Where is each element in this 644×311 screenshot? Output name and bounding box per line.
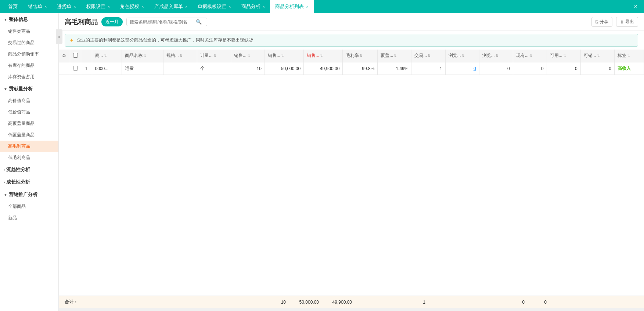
- sidebar-item-low-margin[interactable]: 低毛利商品: [0, 152, 58, 163]
- sidebar-group-contribution-items: 高价值商品 低价值商品 高覆盖量商品 低覆盖量商品 高毛利商品 低毛利商品: [0, 95, 58, 163]
- col-trade[interactable]: 交易...⇅: [411, 50, 445, 62]
- col-coverage[interactable]: 覆盖...⇅: [378, 50, 411, 62]
- sidebar-item-all-goods[interactable]: 全部商品: [0, 201, 58, 212]
- main-layout: ▼ 整体信息 销售类商品 交易过的商品 商品分销助销率 有库存的商品 库存资金占…: [0, 13, 644, 311]
- col-unit[interactable]: 计量...⇅: [197, 50, 231, 62]
- collapse-arrow-icon: ▼: [4, 18, 7, 22]
- nav-sales-order[interactable]: 销售单 ×: [23, 0, 52, 13]
- close-icon[interactable]: ×: [306, 4, 308, 9]
- cell-gross-rate: 99.8%: [343, 62, 378, 75]
- col-code[interactable]: 商...⇅: [92, 50, 122, 62]
- sidebar-group-overall[interactable]: ▼ 整体信息: [0, 13, 58, 26]
- cell-browse1[interactable]: 0: [445, 62, 479, 75]
- col-browse2[interactable]: 浏览...⇅: [479, 50, 513, 62]
- nav-product-analysis[interactable]: 商品分析 ×: [236, 0, 270, 13]
- row-checkbox[interactable]: [73, 66, 78, 70]
- footer-sales-qty: 10: [267, 300, 289, 305]
- nav-permission-settings[interactable]: 权限设置 ×: [81, 0, 115, 13]
- col-sales-amount[interactable]: 销售...⇅: [265, 50, 303, 62]
- close-icon[interactable]: ×: [185, 4, 187, 9]
- col-gross-rate[interactable]: 毛利率⇅: [343, 50, 378, 62]
- sidebar-item-new-goods[interactable]: 新品: [0, 212, 58, 224]
- cell-sales-cost: 49,900.00: [304, 62, 343, 75]
- close-icon[interactable]: ×: [73, 4, 76, 9]
- footer-total-label: 合计：: [65, 299, 123, 305]
- info-banner: ✦ 企业的主要的利润都是这部分商品创造的，可考虑加大推广，同时关注库存是不要出现…: [65, 34, 638, 47]
- cell-coverage: 1.49%: [378, 62, 411, 75]
- sidebar-group-contribution[interactable]: ▼ 贡献量分析: [0, 83, 58, 95]
- table-footer: 合计： 10 50,000.00 49,900.00 1 0 0: [59, 296, 644, 308]
- share-icon: ⎘: [596, 19, 598, 25]
- col-sellable[interactable]: 可销...⇅: [580, 50, 614, 62]
- cell-sellable: 0: [580, 62, 614, 75]
- sidebar-item-high-value[interactable]: 高价值商品: [0, 95, 58, 106]
- sidebar-item-high-margin[interactable]: 高毛利商品: [0, 141, 58, 152]
- search-icon[interactable]: 🔍: [196, 19, 202, 25]
- col-settings[interactable]: ⚙: [59, 50, 70, 62]
- window-close-button[interactable]: ×: [630, 3, 641, 10]
- info-icon: ✦: [69, 37, 74, 43]
- sidebar-collapse-button[interactable]: «: [56, 29, 62, 44]
- col-spec[interactable]: 规格...⇅: [163, 50, 197, 62]
- close-icon[interactable]: ×: [108, 4, 110, 9]
- sidebar-group-growth[interactable]: › 成长性分析: [0, 176, 58, 188]
- collapse-arrow-icon: ›: [4, 180, 5, 184]
- search-box: 🔍: [126, 18, 207, 26]
- nav-home[interactable]: 首页: [3, 0, 23, 13]
- select-all-checkbox[interactable]: [73, 53, 78, 58]
- sidebar-item-stock-capital[interactable]: 库存资金占用: [0, 71, 58, 83]
- sidebar-item-low-coverage[interactable]: 低覆盖量商品: [0, 129, 58, 141]
- col-tag[interactable]: 标签⇅: [614, 50, 644, 62]
- close-icon[interactable]: ×: [263, 4, 265, 9]
- table-container[interactable]: ⚙ 商...⇅ 商品名称⇅ 规格...⇅: [59, 50, 644, 296]
- col-sales-cost[interactable]: 销售...⇅: [304, 50, 343, 62]
- cell-browse2: 0: [479, 62, 513, 75]
- cell-available: 0: [547, 62, 580, 75]
- nav-finished-goods[interactable]: 产成品入库单 ×: [149, 0, 193, 13]
- filter-last-month-button[interactable]: 近一月: [101, 17, 123, 26]
- sidebar-item-in-stock[interactable]: 有库存的商品: [0, 60, 58, 71]
- cell-sales-amount: 50,000.00: [265, 62, 303, 75]
- cell-checkbox[interactable]: [70, 62, 81, 75]
- cell-settings: [59, 62, 70, 75]
- sidebar-item-distribution-rate[interactable]: 商品分销助销率: [0, 48, 58, 60]
- nav-purchase-order[interactable]: 进货单 ×: [52, 0, 81, 13]
- export-button[interactable]: ⬆ 导出: [616, 17, 638, 27]
- cell-current: 0: [513, 62, 547, 75]
- close-icon[interactable]: ×: [44, 4, 47, 9]
- col-name[interactable]: 商品名称⇅: [122, 50, 163, 62]
- sidebar-group-marketing[interactable]: ▼ 营销推广分析: [0, 188, 58, 201]
- col-browse1[interactable]: 浏览...⇅: [445, 50, 479, 62]
- col-sales-qty[interactable]: 销售...⇅: [231, 50, 265, 62]
- sidebar-group-trend[interactable]: › 流趋性分析: [0, 163, 58, 176]
- bottom-scrollbar[interactable]: [59, 308, 644, 311]
- col-checkbox[interactable]: [70, 50, 81, 62]
- share-button[interactable]: ⎘ 分享: [591, 17, 612, 27]
- top-navigation: 首页 销售单 × 进货单 × 权限设置 × 角色授权 × 产成品入库单 × 单据…: [0, 0, 644, 13]
- sidebar: ▼ 整体信息 销售类商品 交易过的商品 商品分销助销率 有库存的商品 库存资金占…: [0, 13, 59, 311]
- footer-sellable: 0: [528, 300, 550, 305]
- footer-available: 0: [506, 300, 528, 305]
- sidebar-item-traded-goods[interactable]: 交易过的商品: [0, 37, 58, 48]
- collapse-arrow-icon: ›: [4, 168, 5, 172]
- search-input[interactable]: [130, 19, 196, 25]
- collapse-arrow-icon: ▼: [4, 87, 7, 91]
- sidebar-item-high-coverage[interactable]: 高覆盖量商品: [0, 118, 58, 129]
- close-icon[interactable]: ×: [141, 4, 144, 9]
- table-row: 1 0000... 运费 个 10 50,000.00 49,900.00 99…: [59, 62, 644, 75]
- footer-sales-amount: 50,000.00: [289, 300, 322, 305]
- page-title: 高毛利商品: [65, 18, 98, 26]
- col-available[interactable]: 可用...⇅: [547, 50, 580, 62]
- col-current[interactable]: 现有...⇅: [513, 50, 547, 62]
- sidebar-item-sales-goods[interactable]: 销售类商品: [0, 26, 58, 37]
- sidebar-item-low-value[interactable]: 低价值商品: [0, 106, 58, 118]
- nav-template-settings[interactable]: 单据模板设置 ×: [193, 0, 236, 13]
- nav-product-analysis-list[interactable]: 商品分析列表 ×: [270, 0, 313, 13]
- close-icon[interactable]: ×: [229, 4, 231, 9]
- cell-sales-qty: 10: [231, 62, 265, 75]
- cell-tag: 高收入: [614, 62, 644, 75]
- data-table: ⚙ 商...⇅ 商品名称⇅ 规格...⇅: [59, 50, 644, 75]
- content-area: 高毛利商品 近一月 🔍 ⎘ 分享 ⬆ 导出 ✦ 企业的主要的利润都是这部分商品创…: [59, 13, 644, 311]
- cell-code: 0000...: [92, 62, 122, 75]
- nav-role-auth[interactable]: 角色授权 ×: [115, 0, 149, 13]
